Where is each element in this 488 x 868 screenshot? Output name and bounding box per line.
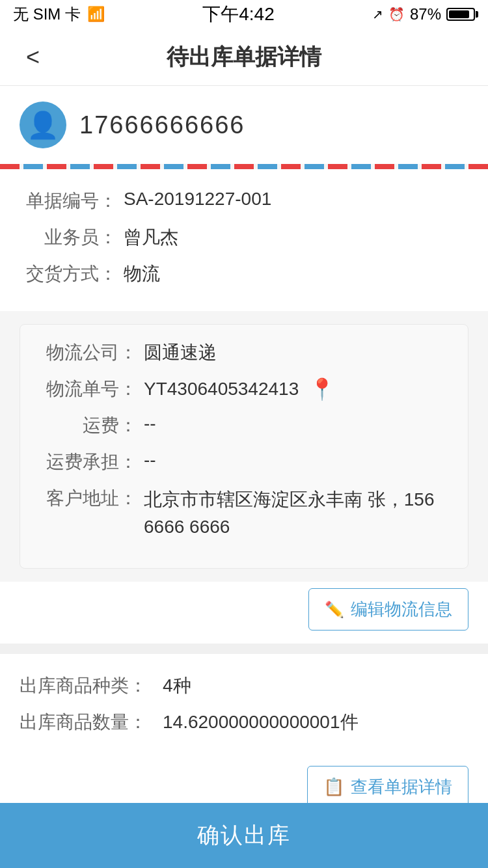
goods-types-row: 出库商品种类： 4种 (20, 673, 468, 698)
map-pin-icon[interactable]: 📍 (309, 377, 335, 401)
goods-section: 出库商品种类： 4种 出库商品数量： 14.620000000000001件 (0, 654, 488, 759)
edit-icon: ✏️ (325, 601, 344, 619)
address-row: 客户地址： 北京市市辖区海淀区永丰南 张，156 6666 6666 (40, 486, 448, 541)
freight-bearer-label: 运费承担： (40, 450, 144, 474)
battery-fill (449, 10, 469, 18)
address-value: 北京市市辖区海淀区永丰南 张，156 6666 6666 (144, 486, 448, 541)
customer-phone: 17666666666 (79, 111, 245, 139)
address-label: 客户地址： (40, 486, 144, 511)
edit-logistics-btn-row: ✏️ 编辑物流信息 (0, 582, 488, 644)
status-bar: 无 SIM 卡 📶 下午4:42 ↗ ⏰ 87% (0, 0, 488, 29)
goods-types-label: 出库商品种类： (20, 673, 163, 698)
content: 👤 17666666666 单据编号： SA-20191227-001 业务员：… (0, 86, 488, 868)
logistics-company-value: 圆通速递 (144, 340, 448, 365)
nav-bar: < 待出库单据详情 (0, 29, 488, 86)
tracking-value: YT4306405342413 📍 (144, 377, 448, 401)
document-number-label: 单据编号： (20, 189, 124, 213)
tracking-number-text: YT4306405342413 (144, 379, 299, 400)
edit-logistics-button[interactable]: ✏️ 编辑物流信息 (308, 588, 468, 631)
tracking-label: 物流单号： (40, 377, 144, 401)
edit-logistics-label: 编辑物流信息 (351, 598, 452, 621)
goods-quantity-value: 14.620000000000001件 (163, 710, 359, 735)
freight-value: -- (144, 413, 448, 434)
sales-person-row: 业务员： 曾凡杰 (20, 225, 468, 250)
delivery-method-value: 物流 (124, 262, 468, 286)
battery-label: 87% (410, 5, 441, 23)
confirm-btn-wrapper: 确认出库 (0, 803, 488, 868)
wifi-icon: 📶 (87, 6, 105, 23)
logistics-company-label: 物流公司： (40, 340, 144, 365)
logistics-card: 物流公司： 圆通速递 物流单号： YT4306405342413 📍 运费： -… (20, 324, 468, 569)
alarm-icon: ⏰ (388, 7, 405, 22)
freight-bearer-value: -- (144, 450, 448, 470)
tracking-number-row: 物流单号： YT4306405342413 📍 (40, 377, 448, 401)
carrier-label: 无 SIM 卡 (13, 4, 81, 25)
sales-person-value: 曾凡杰 (124, 225, 468, 250)
status-right: ↗ ⏰ 87% (372, 5, 475, 23)
document-icon: 📋 (323, 777, 344, 797)
sales-person-label: 业务员： (20, 225, 124, 250)
freight-row: 运费： -- (40, 413, 448, 438)
delivery-method-row: 交货方式： 物流 (20, 262, 468, 286)
view-detail-button[interactable]: 📋 查看单据详情 (307, 766, 468, 808)
goods-types-value: 4种 (163, 673, 191, 698)
order-info-section: 单据编号： SA-20191227-001 业务员： 曾凡杰 交货方式： 物流 (0, 169, 488, 311)
confirm-outbound-button[interactable]: 确认出库 (0, 803, 488, 868)
status-left: 无 SIM 卡 📶 (13, 4, 105, 25)
dashed-divider (0, 164, 488, 169)
location-status-icon: ↗ (372, 7, 383, 22)
delivery-method-label: 交货方式： (20, 262, 124, 286)
document-number-row: 单据编号： SA-20191227-001 (20, 189, 468, 213)
goods-quantity-row: 出库商品数量： 14.620000000000001件 (20, 710, 468, 735)
document-number-value: SA-20191227-001 (124, 189, 468, 210)
section-separator (0, 644, 488, 654)
customer-header: 👤 17666666666 (0, 86, 488, 164)
freight-bearer-row: 运费承担： -- (40, 450, 448, 474)
back-button[interactable]: < (20, 37, 46, 77)
avatar: 👤 (20, 102, 66, 148)
freight-label: 运费： (40, 413, 144, 438)
logistics-company-row: 物流公司： 圆通速递 (40, 340, 448, 365)
battery-indicator (446, 8, 475, 21)
goods-quantity-label: 出库商品数量： (20, 710, 163, 735)
page-title: 待出库单据详情 (167, 42, 321, 72)
user-icon: 👤 (27, 110, 59, 141)
view-detail-label: 查看单据详情 (351, 776, 452, 798)
status-time: 下午4:42 (202, 2, 275, 27)
